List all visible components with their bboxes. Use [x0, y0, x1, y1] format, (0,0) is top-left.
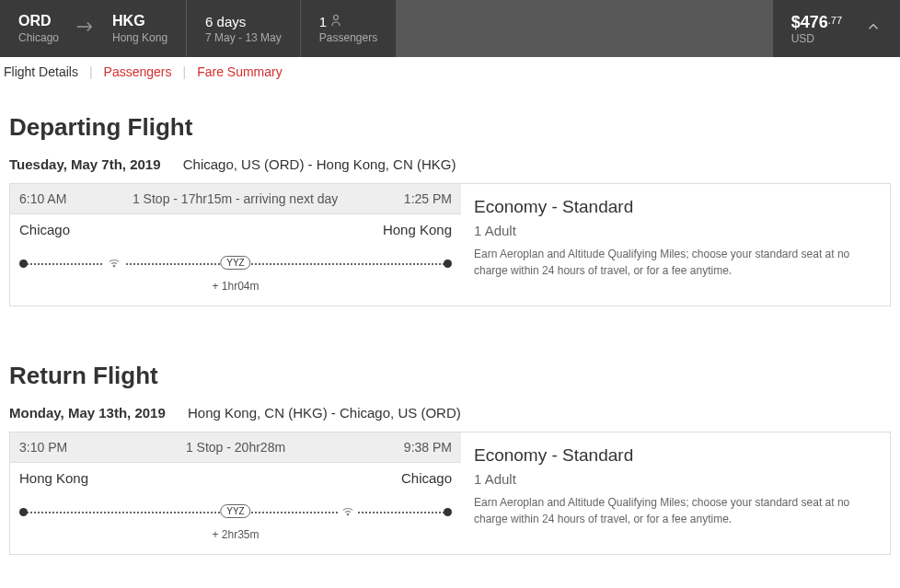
arr-time: 1:25 PM	[404, 191, 452, 206]
arr-city: Chicago	[401, 470, 452, 486]
wifi-icon	[338, 505, 358, 519]
dep-time: 3:10 PM	[19, 440, 67, 455]
return-fare-pax: 1 Adult	[474, 471, 877, 487]
timeline-end-dot	[444, 508, 452, 516]
chevron-up-icon[interactable]	[865, 18, 882, 39]
return-fare-desc: Earn Aeroplan and Altitude Qualifying Mi…	[474, 494, 877, 527]
price-currency: USD	[791, 32, 842, 45]
return-fare-class: Economy - Standard	[474, 445, 877, 466]
dep-summary: 1 Stop - 17hr15m - arriving next day	[66, 191, 403, 206]
duration-days: 6 days	[205, 14, 282, 29]
tab-fare-summary[interactable]: Fare Summary	[193, 64, 286, 79]
tab-flight-details[interactable]: Flight Details	[0, 64, 82, 79]
stop-badge: YYZ	[220, 504, 250, 518]
pax-label: Passengers	[319, 31, 377, 44]
person-icon	[330, 14, 341, 29]
price-cell[interactable]: $476 .77 USD	[773, 0, 900, 57]
route-cell[interactable]: ORD Chicago HKG Hong Kong	[0, 0, 187, 57]
stop-badge: YYZ	[220, 256, 250, 270]
departing-card: 6:10 AM 1 Stop - 17hr15m - arriving next…	[9, 183, 891, 306]
departing-fare-desc: Earn Aeroplan and Altitude Qualifying Mi…	[474, 246, 877, 279]
departing-route: Chicago, US (ORD) - Hong Kong, CN (HKG)	[183, 156, 456, 172]
return-timeline: YYZ	[19, 502, 452, 525]
dest-code: HKG	[112, 13, 167, 29]
dep-time: 6:10 AM	[19, 191, 66, 206]
departing-fare-pax: 1 Adult	[474, 223, 877, 238]
departing-layover: + 1hr04m	[10, 280, 461, 306]
dep-city: Hong Kong	[19, 470, 88, 486]
return-layover: + 2hr35m	[10, 528, 461, 554]
tab-sep: |	[89, 64, 93, 79]
return-summary-row: 3:10 PM 1 Stop - 20hr28m 9:38 PM	[10, 432, 461, 463]
arr-time: 9:38 PM	[404, 440, 452, 455]
timeline-start-dot	[19, 508, 28, 516]
origin-city: Chicago	[18, 31, 59, 44]
return-summary: 1 Stop - 20hr28m	[67, 440, 404, 455]
departing-title: Departing Flight	[9, 113, 891, 142]
return-route: Hong Kong, CN (HKG) - Chicago, US (ORD)	[188, 405, 461, 421]
departing-timeline: YYZ	[19, 254, 452, 276]
return-subhead: Monday, May 13th, 2019 Hong Kong, CN (HK…	[9, 405, 891, 421]
pax-cell[interactable]: 1 Passengers	[301, 0, 397, 57]
tab-passengers[interactable]: Passengers	[100, 64, 176, 79]
dep-city: Chicago	[19, 222, 70, 237]
duration-dates: 7 May - 13 May	[205, 31, 282, 44]
duration-cell[interactable]: 6 days 7 May - 13 May	[187, 0, 301, 57]
departing-fare-class: Economy - Standard	[474, 197, 877, 217]
return-card: 3:10 PM 1 Stop - 20hr28m 9:38 PM Hong Ko…	[9, 432, 891, 555]
return-title: Return Flight	[9, 362, 891, 390]
svg-point-2	[347, 513, 349, 515]
origin-code: ORD	[18, 13, 59, 29]
arr-city: Hong Kong	[383, 222, 452, 237]
svg-point-1	[114, 265, 116, 267]
tab-sep: |	[183, 64, 187, 79]
pax-count: 1	[319, 14, 327, 29]
price-cents: .77	[828, 15, 842, 26]
tab-bar: Flight Details | Passengers | Fare Summa…	[0, 57, 900, 87]
departing-summary-row: 6:10 AM 1 Stop - 17hr15m - arriving next…	[10, 184, 461, 214]
return-date: Monday, May 13th, 2019	[9, 405, 166, 421]
summary-header: ORD Chicago HKG Hong Kong 6 days 7 May -…	[0, 0, 900, 57]
plane-icon	[75, 17, 96, 40]
departing-subhead: Tuesday, May 7th, 2019 Chicago, US (ORD)…	[9, 156, 891, 172]
header-spacer	[397, 0, 773, 57]
timeline-start-dot	[19, 259, 28, 268]
departing-date: Tuesday, May 7th, 2019	[9, 156, 161, 172]
timeline-end-dot	[444, 259, 452, 268]
price-whole: $476	[791, 13, 828, 32]
svg-point-0	[334, 15, 339, 19]
dest-city: Hong Kong	[112, 31, 167, 44]
wifi-icon	[104, 257, 124, 271]
